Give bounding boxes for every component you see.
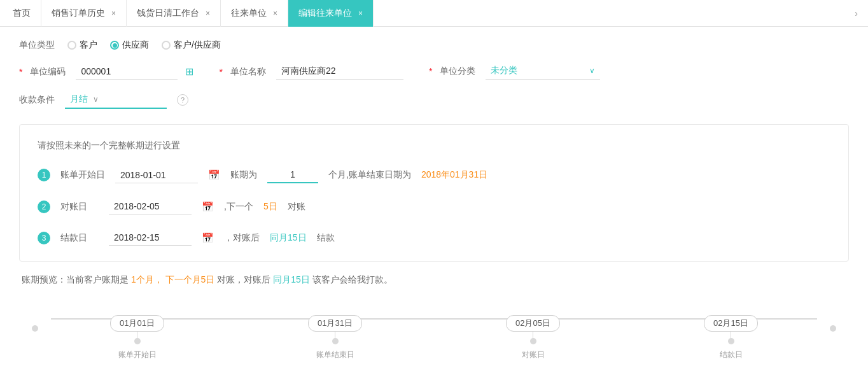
unit-category-select[interactable]: 未分类 ∨ — [486, 62, 600, 80]
unit-code-copy-icon[interactable]: ⊞ — [185, 66, 193, 78]
tabs-scroll-arrow[interactable]: › — [850, 8, 863, 18]
period-settings-box: 请按照未来的一个完整帐期进行设置 1 账单开始日 📅 账期为 个月,账单结束日期… — [19, 124, 849, 262]
tab-cash-work[interactable]: 钱货日清工作台 × — [127, 0, 221, 27]
calendar-icon-1[interactable]: 📅 — [208, 169, 220, 181]
unit-category-label: 单位分类 — [440, 66, 475, 77]
period-row3-prefix: ，对账后 — [224, 232, 260, 244]
preview-suffix: 该客户会给我打款。 — [312, 274, 393, 285]
timeline-container: 01月01日 账单开始日 01月31日 账单结束日 02月05日 对账日 — [19, 305, 849, 360]
tabs-bar: 首页 销售订单历史 × 钱货日清工作台 × 往来单位 × 编辑往来单位 × › — [0, 0, 868, 27]
timeline-dot-3 — [530, 338, 536, 344]
timeline-label-4: 结款日 — [720, 349, 743, 360]
unit-type-row: 单位类型 客户 供应商 客户/供应商 — [19, 39, 849, 51]
tab-sales-order-history-label: 销售订单历史 — [52, 8, 105, 19]
unit-type-field: 单位类型 客户 供应商 客户/供应商 — [19, 39, 221, 51]
unit-category-field: * 单位分类 未分类 ∨ — [429, 62, 600, 80]
payment-condition-value: 月结 — [70, 94, 88, 105]
period-label-2: 对账日 — [60, 201, 99, 213]
period-suffix-text-1: 账期为 — [230, 169, 257, 181]
unit-name-field: * 单位名称 — [219, 64, 403, 80]
timeline-point-1: 01月01日 账单开始日 — [38, 315, 236, 360]
period-row3-highlight: 同月15日 — [270, 232, 307, 244]
period-date-input-2[interactable] — [109, 199, 192, 215]
radio-customer[interactable]: 客户 — [67, 39, 97, 51]
radio-both[interactable]: 客户/供应商 — [162, 39, 221, 51]
timeline-start-dot — [32, 325, 38, 332]
radio-supplier[interactable]: 供应商 — [110, 39, 149, 51]
unit-name-required-star: * — [219, 67, 222, 77]
payment-condition-field: 收款条件 月结 ∨ ? — [19, 91, 188, 109]
tab-home[interactable]: 首页 — [5, 0, 41, 27]
period-date-input-1[interactable] — [115, 167, 198, 183]
unit-name-input[interactable] — [276, 64, 403, 80]
period-months-unit: 个月,账单结束日期为 — [328, 169, 411, 181]
unit-category-value: 未分类 — [491, 65, 517, 76]
payment-condition-dropdown-arrow: ∨ — [93, 95, 99, 104]
period-num-2: 2 — [38, 201, 50, 213]
tab-partner-unit-label: 往来单位 — [231, 8, 267, 19]
timeline-badge-2: 01月31日 — [308, 315, 362, 332]
preview-prefix: 账期预览：当前客户账期是 — [22, 274, 129, 285]
period-label-1: 账单开始日 — [60, 169, 105, 181]
timeline-point-4: 02月15日 结款日 — [632, 315, 830, 360]
period-end-date-highlight: 2018年01月31日 — [421, 169, 487, 181]
preview-part2: 下一个月5日 — [165, 274, 215, 285]
unit-name-label: 单位名称 — [230, 66, 266, 78]
timeline-badge-3: 02月05日 — [506, 315, 560, 332]
timeline-dot-2 — [332, 338, 339, 344]
unit-code-field: * 单位编码 ⊞ — [19, 64, 193, 80]
timeline-dot-4 — [728, 338, 734, 344]
timeline-dot-1 — [134, 338, 141, 344]
unit-category-required-star: * — [429, 66, 432, 76]
main-content: 单位类型 客户 供应商 客户/供应商 * 单位编码 — [0, 27, 868, 387]
close-tab-cash-work[interactable]: × — [206, 9, 210, 18]
tab-sales-order-history[interactable]: 销售订单历史 × — [41, 0, 127, 27]
radio-supplier-circle — [110, 41, 119, 50]
period-row2-suffix: 对账 — [288, 201, 305, 213]
timeline-connector-3 — [533, 332, 533, 338]
preview-part1: 1个月， — [131, 274, 163, 285]
timeline-label-2: 账单结束日 — [316, 349, 354, 360]
period-box-title: 请按照未来的一个完整帐期进行设置 — [38, 140, 830, 151]
timeline-connector-2 — [335, 332, 335, 338]
payment-help-icon[interactable]: ? — [177, 94, 188, 106]
timeline-connector-1 — [137, 332, 137, 338]
period-months-input[interactable] — [267, 167, 318, 183]
close-tab-edit-partner[interactable]: × — [358, 9, 363, 18]
timeline-end-dot — [830, 325, 836, 332]
calendar-icon-3[interactable]: 📅 — [202, 232, 214, 244]
period-row-1: 1 账单开始日 📅 账期为 个月,账单结束日期为 2018年01月31日 — [38, 167, 830, 183]
period-num-3: 3 — [38, 232, 50, 244]
calendar-icon-2[interactable]: 📅 — [202, 201, 214, 213]
tab-home-label: 首页 — [13, 8, 31, 19]
period-row-3: 3 结款日 📅 ，对账后 同月15日 结款 — [38, 230, 830, 246]
timeline-label-1: 账单开始日 — [118, 349, 157, 360]
unit-type-label: 单位类型 — [19, 39, 55, 51]
payment-condition-select[interactable]: 月结 ∨ — [65, 91, 167, 109]
payment-condition-row: 收款条件 月结 ∨ ? — [19, 91, 849, 109]
timeline-badge-1: 01月01日 — [110, 315, 164, 332]
preview-middle: 对账，对账后 — [217, 274, 270, 285]
unit-category-dropdown-icon: ∨ — [589, 66, 595, 75]
close-tab-partner-unit[interactable]: × — [273, 9, 277, 18]
timeline-connector-4 — [731, 332, 731, 338]
tab-edit-partner-label: 编辑往来单位 — [298, 8, 352, 19]
unit-type-radio-group: 客户 供应商 客户/供应商 — [67, 39, 221, 51]
close-tab-sales-order-history[interactable]: × — [111, 9, 116, 18]
unit-code-label: 单位编码 — [30, 66, 66, 78]
radio-both-label: 客户/供应商 — [174, 39, 221, 51]
unit-code-required-star: * — [19, 67, 22, 77]
radio-customer-label: 客户 — [80, 39, 97, 51]
timeline-badge-4: 02月15日 — [704, 315, 758, 332]
period-date-input-3[interactable] — [109, 230, 192, 246]
tab-cash-work-label: 钱货日清工作台 — [137, 8, 199, 19]
payment-condition-label: 收款条件 — [19, 94, 55, 106]
tab-edit-partner[interactable]: 编辑往来单位 × — [288, 0, 374, 27]
timeline-point-3: 02月05日 对账日 — [434, 315, 632, 360]
tab-partner-unit[interactable]: 往来单位 × — [221, 0, 288, 27]
unit-code-input[interactable] — [76, 64, 178, 80]
period-row2-prefix: ,下一个 — [224, 201, 253, 213]
period-num-1: 1 — [38, 169, 50, 181]
period-row2-highlight: 5日 — [263, 201, 277, 213]
radio-both-circle — [162, 41, 171, 50]
